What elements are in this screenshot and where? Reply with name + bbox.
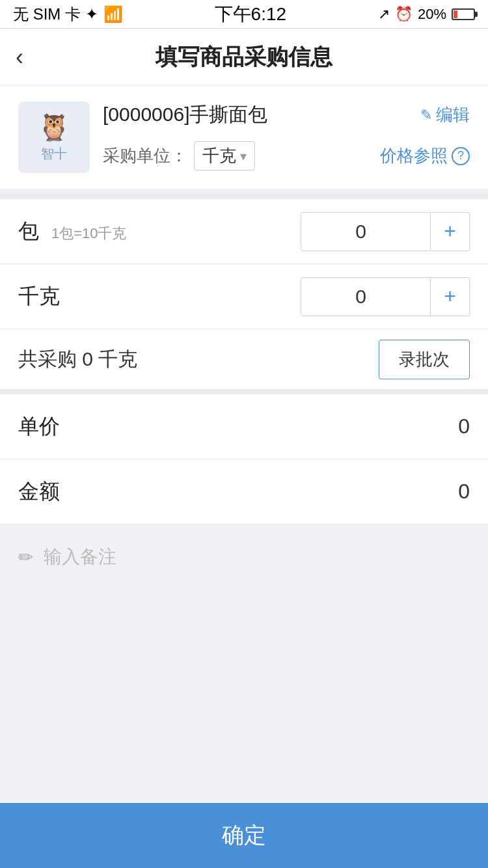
bag-plus-button[interactable]: +	[431, 212, 470, 251]
battery-icon	[452, 8, 475, 20]
kg-label: 千克	[18, 282, 301, 311]
kg-input-row: 千克 +	[0, 264, 488, 329]
status-left: 无 SIM 卡 ✦ 📶	[13, 4, 123, 25]
product-info: [0000006]手撕面包 ✎ 编辑 采购单位： 千克 ▾ 价格参照	[103, 102, 470, 170]
price-ref-button[interactable]: 价格参照 ?	[380, 144, 470, 167]
unit-price-value: 0	[458, 414, 470, 439]
record-batch-button[interactable]: 录批次	[379, 340, 470, 379]
unit-label: 采购单位：	[103, 144, 187, 167]
section-divider-1	[0, 194, 488, 199]
edit-label: 编辑	[436, 103, 470, 126]
status-right: ↗ ⏰ 20%	[378, 6, 475, 23]
unit-price-row: 单价 0	[0, 394, 488, 459]
total-row: 共采购 0 千克 录批次	[0, 329, 488, 394]
amount-value: 0	[458, 480, 470, 504]
remark-placeholder: 输入备注	[44, 545, 116, 569]
product-thumbnail-text: 智十	[41, 145, 67, 163]
price-section: 单价 0 金额 0	[0, 394, 488, 524]
product-thumbnail: 🦉 智十	[18, 102, 90, 173]
bag-hint: 1包=10千克	[51, 225, 127, 241]
page-title: 填写商品采购信息	[156, 42, 332, 72]
confirm-button[interactable]: 确定	[0, 803, 488, 868]
bag-label-group: 包 1包=10千克	[18, 217, 301, 246]
status-bar: 无 SIM 卡 ✦ 📶 下午6:12 ↗ ⏰ 20%	[0, 0, 488, 29]
pencil-icon: ✏	[18, 547, 33, 568]
wifi-icon: 📶	[103, 5, 123, 23]
sim-label: 无 SIM 卡 ✦	[13, 4, 98, 25]
kg-qty-wrap: +	[301, 277, 470, 316]
remark-section[interactable]: ✏ 输入备注	[0, 524, 488, 590]
bag-qty-input[interactable]	[301, 212, 431, 251]
location-icon: ↗	[378, 6, 390, 23]
bag-qty-wrap: +	[301, 212, 470, 251]
kg-qty-input[interactable]	[301, 277, 431, 316]
price-ref-label: 价格参照	[380, 144, 448, 167]
unit-value: 千克	[202, 144, 236, 167]
battery-percent: 20%	[418, 6, 446, 23]
edit-button[interactable]: ✎ 编辑	[420, 103, 470, 126]
amount-row: 金额 0	[0, 459, 488, 524]
product-name: [0000006]手撕面包	[103, 102, 267, 128]
unit-price-label: 单价	[18, 413, 458, 441]
unit-row: 采购单位： 千克 ▾ 价格参照 ?	[103, 141, 470, 170]
nav-bar: ‹ 填写商品采购信息	[0, 29, 488, 86]
unit-select[interactable]: 千克 ▾	[194, 141, 255, 170]
alarm-icon: ⏰	[395, 6, 413, 23]
total-text: 共采购 0 千克	[18, 346, 379, 373]
product-thumbnail-icon: 🦉	[38, 112, 70, 142]
kg-plus-button[interactable]: +	[431, 277, 470, 316]
bag-label: 包	[18, 219, 39, 243]
product-section: 🦉 智十 [0000006]手撕面包 ✎ 编辑 采购单位： 千克 ▾	[0, 86, 488, 194]
amount-label: 金额	[18, 478, 458, 506]
status-time: 下午6:12	[215, 2, 287, 27]
input-section: 包 1包=10千克 + 千克 +	[0, 199, 488, 329]
back-button[interactable]: ‹	[16, 44, 23, 71]
dropdown-arrow-icon: ▾	[240, 148, 247, 164]
bag-input-row: 包 1包=10千克 +	[0, 199, 488, 264]
edit-icon: ✎	[420, 107, 432, 124]
product-name-row: [0000006]手撕面包 ✎ 编辑	[103, 102, 470, 128]
help-icon: ?	[452, 147, 470, 165]
